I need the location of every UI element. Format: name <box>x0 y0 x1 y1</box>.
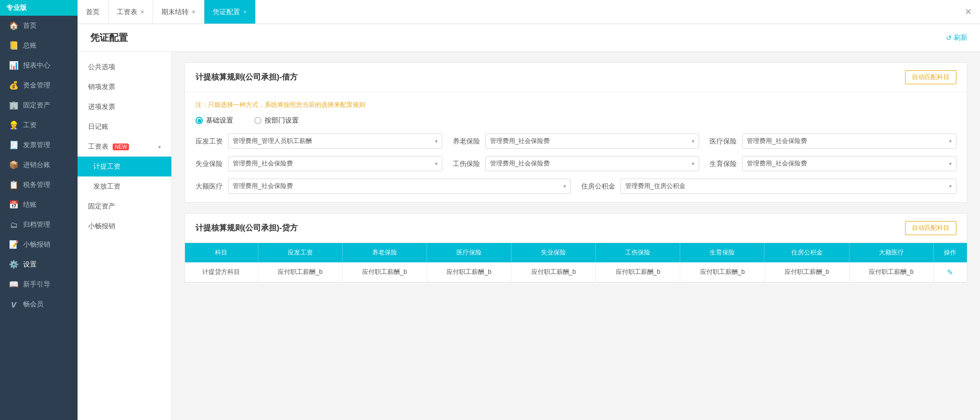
sidebar-item-vip[interactable]: V 畅会员 <box>0 294 78 314</box>
sidebar-item-label: 进销台账 <box>23 160 50 170</box>
field-medical-value: 管理费用_社会保险费 <box>747 137 807 146</box>
field-pension-label: 养老保险 <box>453 137 480 146</box>
assets-icon: 🏢 <box>8 101 19 110</box>
section-credit-body: 科目 应发工资 养老保险 医疗保险 失业保险 工伤保险 生育保险 住房公积金 大… <box>185 243 967 282</box>
field-major-medical-select[interactable]: 管理费用_社会保险费 ▾ <box>228 179 571 194</box>
refresh-button[interactable]: ↺ 刷新 <box>946 33 967 42</box>
sidebar-item-funds[interactable]: 💰 资金管理 <box>0 75 78 95</box>
tab-bar-close-btn[interactable]: ✕ <box>956 7 980 17</box>
col-pension: 养老保险 <box>342 243 427 262</box>
field-salary: 应发工资 管理费用_管理人员职工薪酬 ▾ <box>195 134 442 149</box>
sidebar-item-close[interactable]: 📅 结账 <box>0 195 78 215</box>
sidebar-item-settings[interactable]: ⚙️ 设置 <box>0 255 78 274</box>
field-injury-select[interactable]: 管理费用_社会保险费 ▾ <box>485 156 700 171</box>
sidebar-item-invoice[interactable]: 🧾 发票管理 <box>0 135 78 155</box>
auto-match-debit-button[interactable]: 自动匹配科目 <box>905 70 956 84</box>
col-salary: 应发工资 <box>258 243 342 262</box>
col-injury: 工伤保险 <box>596 243 680 262</box>
field-unemployment-select[interactable]: 管理费用_社会保险费 ▾ <box>228 156 442 171</box>
sidebar-item-guide[interactable]: 📖 新手引导 <box>0 274 78 294</box>
tab-voucher-config-label: 凭证配置 <box>213 7 240 17</box>
sidebar-item-purchases[interactable]: 📦 进销台账 <box>0 155 78 175</box>
col-medical: 医疗保险 <box>427 243 511 262</box>
sidebar-item-archive[interactable]: 🗂 归档管理 <box>0 215 78 235</box>
edit-button[interactable]: ✎ <box>947 268 953 277</box>
cell-housing: 应付职工薪酬_b <box>765 262 849 282</box>
left-nav-fixed-assets[interactable]: 固定资产 <box>78 196 171 216</box>
tab-voucher-config-close[interactable]: × <box>243 8 247 16</box>
sidebar-item-tax[interactable]: 📋 税务管理 <box>0 175 78 195</box>
section-credit: 计提核算规则(公司承担)-贷方 自动匹配科目 科目 应发工资 养老保险 医疗保险… <box>184 213 967 283</box>
salary-icon: 👷 <box>8 120 19 130</box>
left-nav-salary-table-label: 工资表 NEW <box>88 142 129 151</box>
sidebar-item-reports[interactable]: 📊 报表中心 <box>0 56 78 75</box>
content-layout: 公共选项 销项发票 进项发票 日记账 工资表 NEW ▾ 计提工资 <box>78 52 980 420</box>
left-nav-input-invoice[interactable]: 进项发票 <box>78 97 171 117</box>
field-salary-select[interactable]: 管理费用_管理人员职工薪酬 ▾ <box>228 134 442 149</box>
col-unemployment: 失业保险 <box>511 243 596 262</box>
field-maternity-select[interactable]: 管理费用_社会保险费 ▾ <box>742 156 956 171</box>
cell-injury: 应付职工薪酬_b <box>596 262 680 282</box>
left-nav: 公共选项 销项发票 进项发票 日记账 工资表 NEW ▾ 计提工资 <box>78 52 172 420</box>
tab-salary-table[interactable]: 工资表 × <box>108 0 153 24</box>
left-nav-input-invoice-label: 进项发票 <box>88 102 115 112</box>
left-nav-pay-salary[interactable]: 发放工资 <box>78 176 171 196</box>
field-salary-value: 管理费用_管理人员职工薪酬 <box>233 137 312 146</box>
col-major-medical: 大额医疗 <box>849 243 933 262</box>
section-debit-header: 计提核算规则(公司承担)-借方 自动匹配科目 <box>185 63 967 92</box>
main-area: 首页 工资表 × 期末结转 × 凭证配置 × ✕ 凭证配置 ↺ 刷新 公共选项 <box>78 0 980 420</box>
col-actions: 操作 <box>933 243 967 262</box>
auto-match-credit-button[interactable]: 自动匹配科目 <box>905 221 956 235</box>
field-maternity: 生育保险 管理费用_社会保险费 ▾ <box>710 156 956 171</box>
field-maternity-value: 管理费用_社会保险费 <box>747 159 807 168</box>
left-nav-xiaochang-report[interactable]: 小畅报销 <box>78 216 171 236</box>
left-nav-calc-salary[interactable]: 计提工资 <box>78 157 171 176</box>
left-nav-fixed-assets-label: 固定资产 <box>88 202 115 211</box>
radio-dept-circle <box>254 117 262 124</box>
home-icon: 🏠 <box>8 21 19 30</box>
tab-home[interactable]: 首页 <box>78 0 108 24</box>
left-nav-salary-table[interactable]: 工资表 NEW ▾ <box>78 137 171 157</box>
ledger-icon: 📒 <box>8 41 19 50</box>
radio-dept[interactable]: 按部门设置 <box>254 116 299 125</box>
sidebar-item-xiaochang[interactable]: 📝 小畅报销 <box>0 235 78 255</box>
section-credit-title: 计提核算规则(公司承担)-贷方 <box>195 223 298 233</box>
brand-label: 专业版 <box>6 3 27 13</box>
sidebar-item-label: 固定资产 <box>23 101 50 110</box>
field-pension-select[interactable]: 管理费用_社会保险费 ▾ <box>485 134 700 149</box>
table-row: 计提贷方科目 应付职工薪酬_b 应付职工薪酬_b 应付职工薪酬_b 应付职工薪酬… <box>185 262 967 282</box>
radio-basic[interactable]: 基础设置 <box>195 116 233 125</box>
sidebar-item-label: 新手引导 <box>23 280 50 289</box>
page-header: 凭证配置 ↺ 刷新 <box>78 24 980 52</box>
field-medical-select[interactable]: 管理费用_社会保险费 ▾ <box>742 134 956 149</box>
tab-period-close[interactable]: 期末结转 × <box>153 0 204 24</box>
col-subject: 科目 <box>185 243 258 262</box>
radio-basic-circle <box>195 117 203 124</box>
sidebar-item-home[interactable]: 🏠 首页 <box>0 16 78 36</box>
left-nav-journal[interactable]: 日记账 <box>78 117 171 137</box>
cell-pension: 应付职工薪酬_b <box>342 262 427 282</box>
left-nav-public[interactable]: 公共选项 <box>78 57 171 77</box>
reports-icon: 📊 <box>8 61 19 70</box>
col-maternity: 生育保险 <box>680 243 765 262</box>
purchases-icon: 📦 <box>8 160 19 170</box>
sidebar-item-label: 总账 <box>23 41 37 50</box>
left-nav-cancel-invoice-label: 销项发票 <box>88 82 115 92</box>
field-housing-select[interactable]: 管理费用_住房公积金 ▾ <box>620 179 956 194</box>
left-nav-cancel-invoice[interactable]: 销项发票 <box>78 77 171 97</box>
field-housing-value: 管理费用_住房公积金 <box>625 182 685 191</box>
sidebar-item-salary[interactable]: 👷 工资 <box>0 115 78 135</box>
guide-icon: 📖 <box>8 280 19 289</box>
cell-unemployment: 应付职工薪酬_b <box>511 262 596 282</box>
tab-period-close-close[interactable]: × <box>192 8 195 16</box>
sidebar-item-ledger[interactable]: 📒 总账 <box>0 36 78 56</box>
section-debit-title: 计提核算规则(公司承担)-借方 <box>195 72 298 82</box>
tab-salary-table-close[interactable]: × <box>140 8 144 16</box>
sidebar-item-label: 发票管理 <box>23 140 50 150</box>
tab-voucher-config[interactable]: 凭证配置 × <box>204 0 256 24</box>
radio-group: 基础设置 按部门设置 <box>195 116 956 125</box>
cell-salary: 应付职工薪酬_b <box>258 262 342 282</box>
tax-icon: 📋 <box>8 180 19 190</box>
sidebar-item-assets[interactable]: 🏢 固定资产 <box>0 95 78 115</box>
settings-icon: ⚙️ <box>8 260 19 269</box>
